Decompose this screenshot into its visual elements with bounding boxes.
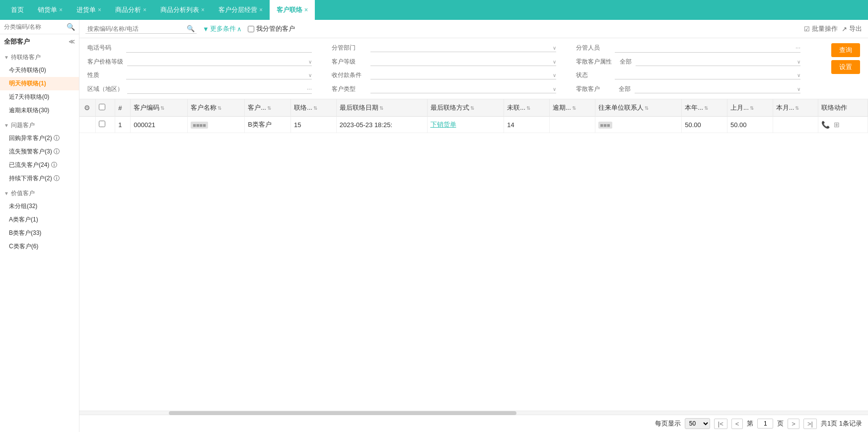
- sidebar-item-repurchase-abnormal[interactable]: 回购异常客户(2) ⓘ: [0, 132, 79, 145]
- table-header-row: ⚙ # 客户编码⇅ 客户名称⇅ 客户...⇅: [79, 99, 868, 117]
- nav-customer-contact[interactable]: 客户联络 ×: [270, 0, 315, 20]
- payment-select[interactable]: ∨: [370, 72, 556, 79]
- sidebar-item-declining[interactable]: 持续下滑客户(2) ⓘ: [0, 172, 79, 185]
- value-level-select[interactable]: ∨: [127, 58, 312, 66]
- nav-close-sales[interactable]: ×: [59, 6, 63, 13]
- search-input[interactable]: [87, 25, 187, 32]
- filter-buttons: 查询 设置: [831, 43, 860, 74]
- contact-sort-icon[interactable]: ⇅: [313, 105, 317, 111]
- row-last-date: 2023-05-23 18:25:: [336, 117, 427, 133]
- scrollbar-thumb[interactable]: [169, 411, 516, 415]
- code-sort-icon[interactable]: ⇅: [160, 105, 164, 111]
- last-page-btn[interactable]: >|: [803, 419, 817, 429]
- last-month-sort-icon[interactable]: ⇅: [750, 105, 754, 111]
- sidebar-item-ungrouped[interactable]: 未分组(32): [0, 200, 79, 213]
- sidebar-search-icon[interactable]: 🔍: [67, 23, 75, 31]
- sidebar-search-input[interactable]: [4, 23, 67, 30]
- retail-attr-select[interactable]: ∨: [636, 58, 800, 66]
- select-all-checkbox[interactable]: [99, 104, 105, 110]
- export-btn[interactable]: ↗ 导出: [842, 24, 862, 33]
- sidebar-item-b-class[interactable]: B类客户(33): [0, 226, 79, 240]
- nav-analysis-list[interactable]: 商品分析列表 ×: [153, 0, 212, 20]
- customer-level-select[interactable]: ∨: [370, 58, 556, 66]
- checkbox-icon: ☑: [804, 25, 810, 33]
- sidebar-item-today[interactable]: 今天待联络(0): [0, 64, 79, 77]
- nav-close-customer-contact[interactable]: ×: [304, 6, 308, 13]
- sidebar-item-a-class[interactable]: A类客户(1): [0, 213, 79, 226]
- nav-close-customer-tier[interactable]: ×: [259, 6, 263, 13]
- sidebar-group-pending[interactable]: 待联络客户: [0, 51, 79, 64]
- sidebar-group-value[interactable]: 价值客户: [0, 187, 79, 200]
- last-way-sort-icon[interactable]: ⇅: [470, 105, 474, 111]
- nav-close-analysis-list[interactable]: ×: [201, 6, 205, 13]
- sidebar-item-overdue[interactable]: 逾期未联络(30): [0, 104, 79, 117]
- phone-action-icon[interactable]: 📞: [821, 121, 830, 129]
- table-header-checkbox: [95, 99, 115, 117]
- collapse-icon: ≪: [69, 38, 75, 45]
- last-way-link[interactable]: 下销货单: [431, 121, 456, 128]
- nav-customer-tier[interactable]: 客户分层经营 ×: [212, 0, 270, 20]
- next-page-btn[interactable]: >: [788, 419, 799, 429]
- customer-type-arrow-icon: ∨: [553, 86, 556, 92]
- status-arrow-icon: ∨: [797, 72, 800, 78]
- table-header-gear[interactable]: ⚙: [79, 99, 95, 117]
- last-date-sort-icon[interactable]: ⇅: [379, 105, 383, 111]
- status-select[interactable]: ∨: [615, 72, 800, 79]
- filter-row-1: 电话号码 分管部门 ∨ 分管人员 ···: [87, 43, 860, 53]
- nav-close-purchase[interactable]: ×: [98, 6, 101, 13]
- query-button[interactable]: 查询: [831, 43, 860, 57]
- sidebar-item-churn-warning[interactable]: 流失预警客户(3) ⓘ: [0, 145, 79, 158]
- sidebar-group-problem[interactable]: 问题客户: [0, 119, 79, 132]
- area-select[interactable]: ···: [127, 84, 312, 94]
- table-header-code: 客户编码⇅: [131, 99, 188, 117]
- this-month-sort-icon[interactable]: ⇅: [795, 105, 799, 111]
- name-sort-icon[interactable]: ⇅: [217, 105, 221, 111]
- sidebar-item-c-class[interactable]: C类客户(6): [0, 240, 79, 253]
- prev-page-btn[interactable]: <: [731, 419, 743, 429]
- nav-purchase[interactable]: 进货单 ×: [70, 0, 108, 20]
- content-area: 🔍 ▼ 更多条件 ∧ 我分管的客户 ☑ 批量操作 ↗ 导出: [79, 20, 868, 432]
- grid-action-icon[interactable]: ⊞: [834, 121, 840, 129]
- row-select-checkbox[interactable]: [99, 121, 105, 127]
- dept-select[interactable]: ∨: [370, 44, 556, 52]
- person-select[interactable]: ···: [615, 43, 800, 53]
- row-checkbox: [95, 117, 115, 133]
- table-header-overdue: 逾期...⇅: [549, 99, 595, 117]
- gear-icon[interactable]: ⚙: [84, 104, 90, 112]
- per-page-select[interactable]: 50 10 20 100: [685, 418, 710, 429]
- type-sort-icon[interactable]: ⇅: [267, 105, 271, 111]
- phone-input[interactable]: [126, 43, 312, 53]
- nav-home[interactable]: 首页: [4, 0, 31, 20]
- sidebar-all-customers[interactable]: 全部客户 ≪: [0, 34, 79, 49]
- my-customers-checkbox[interactable]: [248, 26, 254, 32]
- table-area: ⚙ # 客户编码⇅ 客户名称⇅ 客户...⇅: [79, 99, 868, 411]
- filter-gender: 性质 ∨: [87, 71, 312, 79]
- nav-analysis[interactable]: 商品分析 ×: [108, 0, 153, 20]
- page-input[interactable]: [757, 419, 773, 429]
- more-filter-btn[interactable]: ▼ 更多条件 ∧: [203, 24, 242, 33]
- sidebar-item-churned[interactable]: 已流失客户(24) ⓘ: [0, 158, 79, 172]
- page-label: 第: [747, 419, 753, 428]
- customer-type-select[interactable]: ∨: [370, 85, 556, 93]
- sidebar-item-tomorrow[interactable]: 明天待联络(1): [0, 77, 79, 90]
- filter-phone: 电话号码: [87, 43, 312, 53]
- unit-contact-sort-icon[interactable]: ⇅: [645, 105, 649, 111]
- gender-select[interactable]: ∨: [126, 72, 312, 79]
- table-header-last-month: 上月...⇅: [727, 99, 773, 117]
- nav-sales[interactable]: 销货单 ×: [31, 0, 70, 20]
- settings-button[interactable]: 设置: [831, 60, 860, 74]
- search-icon[interactable]: 🔍: [187, 25, 195, 32]
- retail-customer-select[interactable]: ∨: [635, 85, 800, 93]
- not-contacted-sort-icon[interactable]: ⇅: [526, 105, 530, 111]
- overdue-sort-icon[interactable]: ⇅: [572, 105, 576, 111]
- row-this-month: [773, 117, 818, 133]
- this-year-sort-icon[interactable]: ⇅: [704, 105, 708, 111]
- filter-area: 区域（地区） ···: [87, 84, 312, 94]
- row-contact: 15: [291, 117, 337, 133]
- horizontal-scrollbar[interactable]: [79, 411, 868, 415]
- sidebar-item-7days[interactable]: 近7天待联络(0): [0, 90, 79, 104]
- batch-operation-btn[interactable]: ☑ 批量操作: [804, 24, 838, 33]
- nav-close-analysis[interactable]: ×: [143, 6, 146, 13]
- row-num: 1: [115, 117, 131, 133]
- first-page-btn[interactable]: |<: [714, 419, 727, 429]
